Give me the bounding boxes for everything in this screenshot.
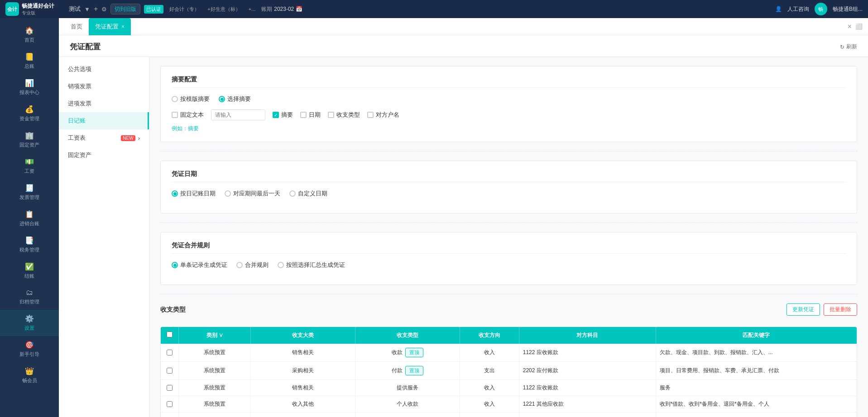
sidebar-item-member[interactable]: 👑 畅会员: [0, 362, 59, 389]
radio-summary-generate[interactable]: 按照选择汇总生成凭证: [278, 261, 345, 269]
checkbox-date[interactable]: 日期: [300, 111, 321, 119]
income-section: 收支类型 更新凭证 批量删除: [160, 303, 857, 417]
checkbox-fixed-text[interactable]: 固定文本: [172, 111, 204, 119]
radio-diary-date[interactable]: 按日记账日期: [172, 190, 216, 198]
reports-icon: 📊: [25, 79, 34, 87]
sidebar-label-ledger: 总账: [24, 63, 34, 70]
row-checkbox-3[interactable]: [167, 385, 173, 391]
ledger-icon: 📒: [25, 52, 34, 61]
th-check[interactable]: [161, 327, 179, 344]
radio-merge-rule[interactable]: 合并规则: [236, 261, 269, 269]
tab-home[interactable]: 首页: [64, 18, 89, 35]
row-checkbox-4[interactable]: [167, 401, 173, 407]
window-close-icon[interactable]: ×: [848, 23, 852, 31]
td-check-1[interactable]: [161, 344, 179, 361]
td-check-5[interactable]: [161, 412, 179, 417]
table-row: 系统预置 销售相关 收款 置顶 收入 1122 应收账款 欠款、现金、项目款、到…: [161, 344, 857, 362]
settle-icon: ✅: [25, 262, 34, 271]
sidebar-item-ledger[interactable]: 📒 总账: [0, 48, 59, 74]
sidebar-item-home[interactable]: 🏠 首页: [0, 22, 59, 48]
add-icon[interactable]: +: [94, 5, 98, 13]
member-icon: 👑: [25, 367, 34, 375]
checkbox-box-counterpart: [367, 112, 374, 118]
td-account-1: 1122 应收账款: [519, 344, 656, 361]
logo-title: 畅捷通好会计: [22, 2, 54, 10]
left-nav-item-payroll[interactable]: 工资表 NEW ›: [59, 129, 149, 147]
page-title: 凭证配置: [70, 42, 101, 52]
sidebar-item-assets[interactable]: 🏢 固定资产: [0, 127, 59, 153]
radio-circle-merge: [236, 262, 243, 268]
batch-delete-button[interactable]: 批量删除: [824, 303, 857, 316]
tab-close-icon[interactable]: ×: [121, 24, 125, 30]
td-keyword-3: 服务: [656, 380, 857, 396]
sidebar-item-archive[interactable]: 🗂 归档管理: [0, 284, 59, 310]
invoice-icon: 🧾: [25, 184, 34, 192]
table-row: 系统预置 收入其他 利息收入 收入 660301 财务费用 利息费用 利息、行转…: [161, 412, 857, 417]
content-area: 公共选项 销项发票 进项发票 日记账 工资表 NEW: [59, 57, 868, 417]
sidebar-item-reports[interactable]: 📊 报表中心: [0, 74, 59, 100]
select-all-checkbox[interactable]: [167, 332, 173, 337]
update-voucher-button[interactable]: 更新凭证: [786, 303, 820, 316]
radio-single-record[interactable]: 单条记录生成凭证: [172, 261, 227, 269]
window-maximize-icon[interactable]: ⬜: [855, 23, 863, 30]
sidebar-item-settle[interactable]: ✅ 结账: [0, 258, 59, 284]
td-big-2: 采购相关: [251, 362, 355, 379]
sidebar-item-funds[interactable]: 💰 资金管理: [0, 100, 59, 127]
sidebar-item-settings[interactable]: ⚙️ 设置: [0, 310, 59, 336]
sidebar-item-tax[interactable]: 📑 税务管理: [0, 232, 59, 258]
tab-voucher-config[interactable]: 凭证配置 ×: [89, 18, 131, 35]
radio-custom-date[interactable]: 自定义日期: [289, 190, 327, 198]
checkbox-summary[interactable]: ✓ 摘要: [273, 111, 293, 119]
td-cat-1: 系统预置: [179, 344, 251, 361]
radio-period-last[interactable]: 对应期间最后一天: [225, 190, 280, 198]
fixed-text-input[interactable]: [211, 109, 265, 120]
left-nav-item-fixed-assets[interactable]: 固定资产: [59, 147, 149, 164]
checkbox-box-fixed: [172, 112, 178, 118]
checkbox-counterpart-name[interactable]: 对方户名: [367, 111, 399, 119]
td-check-3[interactable]: [161, 380, 179, 396]
sidebar-item-salary[interactable]: 💵 工资: [0, 153, 59, 179]
left-nav-item-public[interactable]: 公共选项: [59, 61, 149, 78]
dropdown-arrow-icon[interactable]: ▼: [84, 6, 90, 13]
tag-haokuaiji: 好会计（专）: [167, 5, 201, 14]
funds-icon: 💰: [25, 105, 34, 114]
th-big-type: 收支大类: [251, 327, 355, 344]
sidebar-label-reports: 报表中心: [19, 89, 39, 96]
calendar-icon[interactable]: 📅: [296, 6, 302, 12]
consult-label[interactable]: 人工咨询: [787, 5, 809, 13]
radio-circle-summary-gen: [278, 262, 284, 268]
tab-bar: 首页 凭证配置 × × ⬜: [59, 18, 868, 35]
radio-label-custom: 自定义日期: [298, 190, 327, 198]
radio-select-summary[interactable]: 选择摘要: [219, 95, 251, 103]
refresh-button[interactable]: ↻ 刷新: [840, 43, 857, 51]
left-nav-item-diary[interactable]: 日记账: [59, 112, 149, 129]
checkbox-income-type[interactable]: 收支类型: [328, 111, 360, 119]
row-checkbox-2[interactable]: [167, 368, 173, 374]
td-big-1: 销售相关: [251, 344, 355, 361]
sidebar-label-settings: 设置: [24, 325, 34, 332]
td-check-2[interactable]: [161, 362, 179, 379]
logo-icon: 会计: [5, 2, 19, 16]
pin-top-tag-1[interactable]: 置顶: [405, 348, 423, 357]
left-nav-item-sales-invoice[interactable]: 销项发票: [59, 78, 149, 95]
left-nav-item-purchase-invoice[interactable]: 进项发票: [59, 95, 149, 112]
td-dir-1: 收入: [460, 344, 519, 361]
td-check-4[interactable]: [161, 396, 179, 412]
pin-top-tag-2[interactable]: 置顶: [405, 366, 423, 375]
td-big-4: 收入其他: [251, 396, 355, 412]
sidebar-item-guide[interactable]: 🎯 新手引导: [0, 336, 59, 362]
row-checkbox-1[interactable]: [167, 350, 173, 355]
sidebar-item-purchase[interactable]: 📋 进销台账: [0, 205, 59, 232]
sidebar-item-invoice[interactable]: 🧾 发票管理: [0, 179, 59, 205]
td-dir-4: 收入: [460, 396, 519, 412]
income-table: 类别 ∨ 收支大类 收支类型 收支方向 对方科目 匹配关键字 系统预置: [160, 327, 857, 417]
td-big-5: 收入其他: [251, 412, 355, 417]
radio-label-single: 单条记录生成凭证: [180, 261, 227, 269]
checkbox-label-date: 日期: [309, 111, 321, 119]
date-section: 凭证日期 按日记账日期 对应期间最后一天: [160, 161, 857, 213]
switch-version-button[interactable]: 切到旧版: [110, 4, 140, 14]
settings-icon[interactable]: ⚙: [101, 6, 107, 13]
td-big-3: 销售相关: [251, 380, 355, 396]
radio-template-summary[interactable]: 按模版摘要: [172, 95, 210, 103]
summary-radio-group: 按模版摘要 选择摘要: [172, 95, 846, 103]
